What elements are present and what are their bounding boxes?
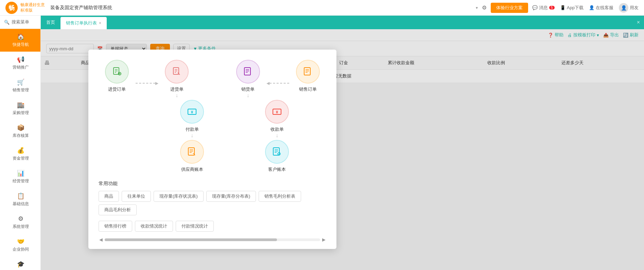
flow-down-arrows-row: ↓ ↓ bbox=[99, 92, 326, 98]
chevron-down-icon[interactable]: ▾ bbox=[476, 5, 478, 10]
flow-node-payment-bill[interactable]: ¥ 付款单 bbox=[170, 100, 214, 132]
flow-row-2: ¥ 付款单 ¥ bbox=[99, 100, 326, 132]
basic-info-icon: 📋 bbox=[17, 192, 24, 200]
func-btns-container: 商品往来单位现存量(库存状况表)现存量(库存分布表)销售毛利分析表商品毛利分析销… bbox=[99, 191, 326, 232]
sidebar-item-finance[interactable]: 💰 资金管理 bbox=[0, 143, 40, 165]
tab-close-icon[interactable]: × bbox=[99, 21, 101, 25]
quick-nav-icon: 🏠 bbox=[17, 33, 24, 40]
finance-icon: 💰 bbox=[17, 147, 24, 154]
app-download-btn[interactable]: 📱 App下载 bbox=[560, 5, 584, 11]
guide-icon: 🎓 bbox=[17, 260, 24, 268]
flow-spacer-1 bbox=[195, 86, 230, 92]
page-content: ❓ 帮助 🖨 按模板打印 ▾ 📤 导出 🔄 刷新 bbox=[41, 29, 644, 270]
close-all-tabs-icon[interactable]: × bbox=[637, 19, 640, 25]
search-menu[interactable]: 🔍 搜索菜单 bbox=[0, 16, 40, 29]
sales-bill-icon bbox=[236, 60, 260, 84]
marketing-icon: 📢 bbox=[17, 56, 24, 63]
down-arrow-payment: ↓ bbox=[170, 132, 214, 139]
logo-icon: 畅 bbox=[5, 2, 18, 14]
modal-popup: 进货订单 ▶ bbox=[88, 50, 336, 249]
flow-node-purchase-bill[interactable]: 进货单 bbox=[158, 60, 195, 92]
sidebar-item-operations[interactable]: 📊 经营管理 bbox=[0, 165, 40, 188]
flow-arrow-h-1: ▶ bbox=[136, 81, 158, 92]
sidebar-item-purchase[interactable]: 🏬 采购管理 bbox=[0, 97, 40, 120]
sidebar-item-enterprise[interactable]: 🤝 企业协同 bbox=[0, 234, 40, 256]
tab-sales-order-execution[interactable]: 销售订单执行表 × bbox=[60, 17, 107, 29]
func-btn-3[interactable]: 现存量(库存分布表) bbox=[206, 191, 256, 202]
flow-node-supplier-account[interactable]: 供应商账本 bbox=[170, 140, 214, 173]
func-btn-1[interactable]: 往来单位 bbox=[122, 191, 151, 202]
main-layout: 🔍 搜索菜单 🏠 快捷导航 📢 营销推广 🛒 销售管理 🏬 采购管理 📦 bbox=[0, 16, 644, 270]
payment-bill-icon: ¥ bbox=[180, 100, 204, 124]
app-container: 畅 畅康通好生意 标准版 装备及固定资产辅助管理系统 ▾ ⚙ 体验行业方案 💬 … bbox=[0, 0, 644, 270]
sidebar-item-sales[interactable]: 🛒 销售管理 bbox=[0, 74, 40, 97]
sidebar-item-quick-nav[interactable]: 🏠 快捷导航 bbox=[0, 29, 40, 52]
sidebar-item-guide[interactable]: 🎓 新手引导 bbox=[0, 256, 40, 270]
sidebar: 🔍 搜索菜单 🏠 快捷导航 📢 营销推广 🛒 销售管理 🏬 采购管理 📦 bbox=[0, 16, 41, 270]
purchase-bill-icon bbox=[165, 60, 189, 84]
flow-node-receipt-bill[interactable]: ¥ 收款单 bbox=[255, 100, 299, 132]
scroll-left-arrow[interactable]: ◀ bbox=[99, 237, 103, 242]
func-btn-0[interactable]: 商品 bbox=[99, 191, 119, 202]
scroll-thumb[interactable] bbox=[105, 238, 277, 241]
avatar: 👤 bbox=[619, 3, 628, 13]
scroll-controls: ◀ ▶ bbox=[99, 237, 326, 242]
flow-node-customer-account[interactable]: 客户账本 bbox=[255, 140, 299, 173]
top-right-actions: 💬 消息 5 📱 App下载 👤 在线客服 👤 用友 bbox=[532, 3, 639, 13]
down-arrow-sales-bill: ↓ bbox=[229, 92, 266, 98]
mobile-icon: 📱 bbox=[560, 5, 565, 10]
operations-icon: 📊 bbox=[17, 169, 24, 177]
func-btn-4[interactable]: 销售毛利分析表 bbox=[259, 191, 301, 202]
func-btn-8[interactable]: 付款情况统计 bbox=[176, 221, 214, 232]
common-funcs-title: 常用功能 bbox=[99, 181, 326, 187]
settings-icon[interactable]: ⚙ bbox=[482, 4, 487, 11]
online-service-btn[interactable]: 👤 在线客服 bbox=[589, 5, 613, 11]
logo-text: 畅康通好生意 标准版 bbox=[20, 2, 45, 13]
func-btn-7[interactable]: 收款情况统计 bbox=[135, 221, 173, 232]
message-badge: 5 bbox=[549, 6, 555, 10]
flow-node-purchase-order[interactable]: 进货订单 bbox=[99, 60, 136, 92]
receipt-bill-icon: ¥ bbox=[265, 100, 289, 124]
sidebar-item-marketing[interactable]: 📢 营销推广 bbox=[0, 52, 40, 74]
service-icon: 👤 bbox=[589, 5, 594, 10]
customer-account-icon bbox=[265, 140, 289, 164]
purchase-order-icon bbox=[105, 60, 129, 84]
user-area[interactable]: 👤 用友 bbox=[619, 3, 639, 13]
content-area: 首页 销售订单执行表 × × ❓ 帮助 🖨 按 bbox=[41, 16, 644, 270]
sidebar-item-system[interactable]: ⚙ 系统管理 bbox=[0, 211, 40, 234]
experience-btn[interactable]: 体验行业方案 bbox=[491, 3, 528, 13]
flow-down-arrows-row2: ↓ ↓ bbox=[99, 132, 326, 139]
enterprise-icon: 🤝 bbox=[17, 238, 24, 245]
message-icon: 💬 bbox=[532, 5, 538, 10]
flow-node-sales-order[interactable]: 销售订单 bbox=[289, 60, 326, 92]
down-arrow-purchase-bill: ↓ bbox=[158, 92, 195, 98]
svg-rect-9 bbox=[244, 68, 250, 75]
func-btn-5[interactable]: 商品毛利分析 bbox=[99, 204, 137, 215]
system-title: 装备及固定资产辅助管理系统 bbox=[50, 5, 472, 11]
svg-rect-13 bbox=[304, 68, 310, 75]
scroll-right-arrow[interactable]: ▶ bbox=[321, 237, 326, 242]
func-btn-6[interactable]: 销售排行榜 bbox=[99, 221, 132, 232]
message-btn[interactable]: 💬 消息 5 bbox=[532, 5, 555, 11]
flow-arrow-h-2: ◀ bbox=[266, 81, 289, 92]
flow-node-sales-bill[interactable]: 销货单 bbox=[229, 60, 266, 92]
flow-row-3: 供应商账本 bbox=[99, 140, 326, 173]
logo-area: 畅 畅康通好生意 标准版 bbox=[5, 2, 46, 14]
scroll-track[interactable] bbox=[105, 238, 320, 241]
tab-bar: 首页 销售订单执行表 × × bbox=[41, 16, 644, 29]
tab-home[interactable]: 首页 bbox=[41, 16, 60, 29]
down-arrow-receipt: ↓ bbox=[255, 132, 299, 139]
flow-row-1: 进货订单 ▶ bbox=[99, 60, 326, 92]
top-bar: 畅 畅康通好生意 标准版 装备及固定资产辅助管理系统 ▾ ⚙ 体验行业方案 💬 … bbox=[0, 0, 644, 16]
svg-text:¥: ¥ bbox=[276, 110, 278, 114]
func-btn-2[interactable]: 现存量(库存状况表) bbox=[154, 191, 204, 202]
search-icon: 🔍 bbox=[4, 20, 10, 25]
sidebar-item-basic-info[interactable]: 📋 基础信息 bbox=[0, 188, 40, 211]
svg-text:¥: ¥ bbox=[191, 110, 193, 114]
sales-order-icon bbox=[296, 60, 320, 84]
sidebar-item-inventory[interactable]: 📦 库存核算 bbox=[0, 120, 40, 143]
svg-rect-21 bbox=[188, 148, 194, 155]
common-funcs: 常用功能 商品往来单位现存量(库存状况表)现存量(库存分布表)销售毛利分析表商品… bbox=[99, 181, 326, 232]
system-icon: ⚙ bbox=[18, 215, 23, 222]
inventory-icon: 📦 bbox=[17, 124, 24, 131]
